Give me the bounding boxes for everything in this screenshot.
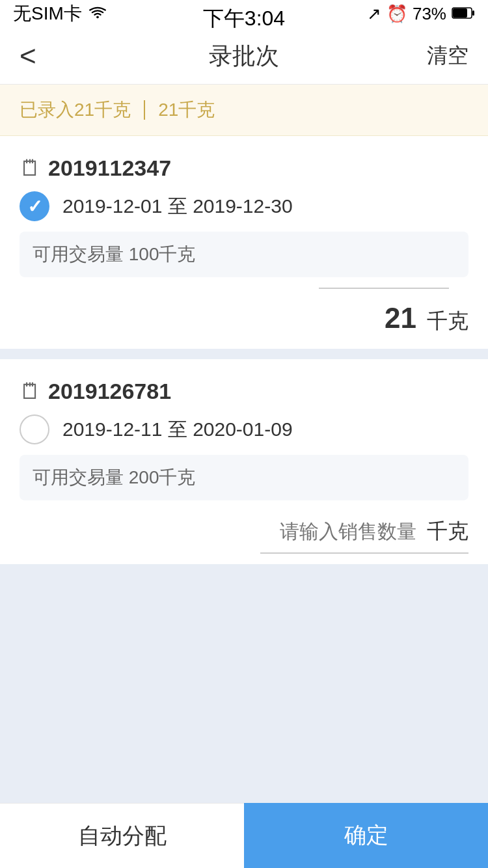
input-section-2: 千克 [0,511,488,564]
amount-value-1: 21 [385,302,416,334]
check-icon-1: ✓ [27,196,42,217]
banner-divider [144,100,145,120]
status-bar: 无SIM卡 下午3:04 ↗ ⏰ 73% [0,0,488,27]
section-divider [0,349,488,359]
svg-rect-2 [453,8,467,18]
batch-row-2: 2019-12-11 至 2020-01-09 [20,414,468,444]
location-icon: ↗ [367,4,381,24]
confirm-button[interactable]: 确定 [244,803,488,868]
recorded-amount-value: 21千克 [158,98,215,122]
batch-availability-1: 可用交易量 100千克 [20,232,468,277]
radio-button-1[interactable]: ✓ [20,191,49,221]
svg-rect-3 [472,10,474,16]
batch-number-2: 2019126781 [48,379,171,404]
bottom-bar: 自动分配 确定 [0,803,488,868]
input-unit-2: 千克 [427,517,468,546]
batch-row-1: ✓ 2019-12-01 至 2019-12-30 [20,191,468,221]
batch-icon-2: 🗒 [20,379,42,404]
batch-header-1: 🗒 2019112347 [20,156,468,181]
alarm-icon: ⏰ [386,4,407,24]
status-left: 无SIM卡 [13,1,107,26]
status-right: ↗ ⏰ 73% [367,4,475,24]
recorded-amount-label: 已录入21千克 [20,98,131,122]
gray-area [0,564,488,811]
auto-distribute-button[interactable]: 自动分配 [0,803,244,868]
batch-date-2: 2019-12-11 至 2020-01-09 [62,416,293,443]
svg-point-0 [96,16,99,19]
info-banner: 已录入21千克 21千克 [0,85,488,136]
wifi-icon [88,3,107,24]
batch-card-2: 🗒 2019126781 2019-12-11 至 2020-01-09 可用交… [0,359,488,511]
batch-availability-2: 可用交易量 200千克 [20,455,468,500]
clear-button[interactable]: 清空 [427,42,468,70]
batch-icon-1: 🗒 [20,156,42,181]
back-button[interactable]: < [20,42,36,70]
battery-icon [452,4,475,24]
battery-text: 73% [413,4,446,24]
page-title: 录批次 [209,27,279,85]
carrier-text: 无SIM卡 [13,1,82,26]
batch-date-1: 2019-12-01 至 2019-12-30 [62,193,293,220]
quantity-input-2[interactable] [234,521,416,543]
radio-button-2[interactable] [20,414,49,444]
batch-number-1: 2019112347 [48,156,171,181]
batch-card-1: 🗒 2019112347 ✓ 2019-12-01 至 2019-12-30 可… [0,136,488,288]
amount-section-1: 21 千克 [0,288,488,349]
batch-header-2: 🗒 2019126781 [20,379,468,404]
amount-unit-1: 千克 [427,307,468,336]
nav-bar: < 录批次 清空 [0,27,488,85]
